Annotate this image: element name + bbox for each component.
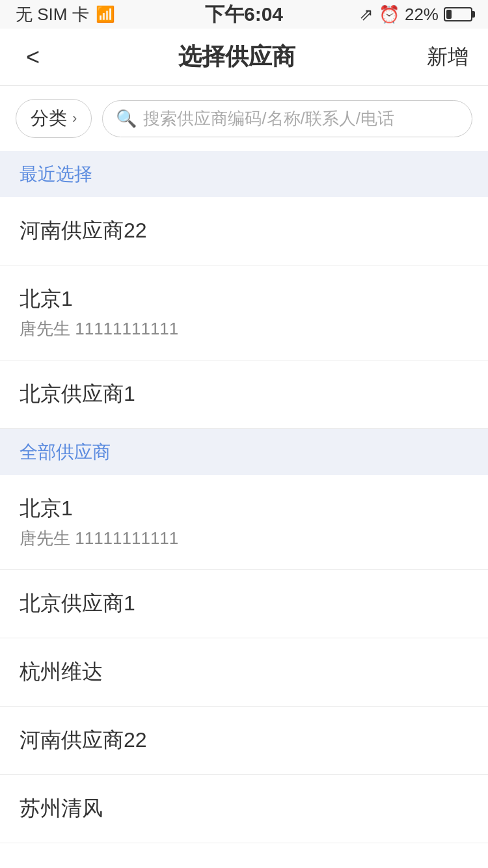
- battery-icon: [444, 7, 472, 21]
- status-left: 无 SIM 卡 📶: [16, 3, 115, 26]
- all-section-label: 全部供应商: [20, 442, 111, 462]
- all-list-item[interactable]: 河南供应商22: [0, 707, 488, 775]
- item-name: 北京供应商1: [20, 590, 468, 618]
- recent-list: 河南供应商22北京1唐先生 11111111111北京供应商1: [0, 197, 488, 429]
- carrier-text: 无 SIM 卡: [16, 3, 89, 26]
- item-name: 河南供应商22: [20, 726, 468, 755]
- nav-bar: < 选择供应商 新增: [0, 29, 488, 86]
- status-right: ⇗ ⏰ 22%: [359, 5, 472, 25]
- page-title: 选择供应商: [178, 41, 295, 73]
- all-list-item[interactable]: 苏州清风: [0, 775, 488, 843]
- search-input-box[interactable]: 🔍 搜索供应商编码/名称/联系人/电话: [102, 100, 472, 137]
- recent-list-item[interactable]: 北京供应商1: [0, 360, 488, 429]
- recent-list-item[interactable]: 北京1唐先生 11111111111: [0, 265, 488, 360]
- item-name: 北京1: [20, 285, 468, 314]
- all-list: 北京1唐先生 11111111111北京供应商1杭州维达河南供应商22苏州清风: [0, 475, 488, 843]
- recent-section-label: 最近选择: [20, 164, 92, 184]
- battery-percent: 22%: [405, 5, 439, 25]
- add-button[interactable]: 新增: [427, 43, 468, 72]
- location-icon: ⇗: [359, 5, 373, 25]
- search-bar: 分类 › 🔍 搜索供应商编码/名称/联系人/电话: [0, 86, 488, 151]
- item-sub: 唐先生 11111111111: [20, 527, 468, 550]
- status-time: 下午6:04: [205, 1, 283, 28]
- all-list-item[interactable]: 北京供应商1: [0, 570, 488, 638]
- back-button[interactable]: <: [20, 37, 46, 77]
- search-placeholder: 搜索供应商编码/名称/联系人/电话: [143, 107, 394, 130]
- item-name: 北京1: [20, 495, 468, 523]
- battery-fill: [446, 10, 452, 19]
- search-icon: 🔍: [116, 109, 137, 129]
- item-name: 杭州维达: [20, 658, 468, 686]
- all-list-item[interactable]: 北京1唐先生 11111111111: [0, 475, 488, 570]
- item-sub: 唐先生 11111111111: [20, 318, 468, 340]
- category-label: 分类: [31, 106, 67, 131]
- alarm-icon: ⏰: [379, 5, 400, 25]
- all-section-header: 全部供应商: [0, 429, 488, 475]
- recent-list-item[interactable]: 河南供应商22: [0, 197, 488, 265]
- item-name: 苏州清风: [20, 794, 468, 823]
- item-name: 北京供应商1: [20, 380, 468, 409]
- category-button[interactable]: 分类 ›: [16, 99, 92, 138]
- wifi-icon: 📶: [96, 5, 115, 23]
- recent-section-header: 最近选择: [0, 151, 488, 197]
- item-name: 河南供应商22: [20, 217, 468, 245]
- all-list-item[interactable]: 杭州维达: [0, 638, 488, 707]
- status-bar: 无 SIM 卡 📶 下午6:04 ⇗ ⏰ 22%: [0, 0, 488, 29]
- chevron-right-icon: ›: [72, 110, 77, 127]
